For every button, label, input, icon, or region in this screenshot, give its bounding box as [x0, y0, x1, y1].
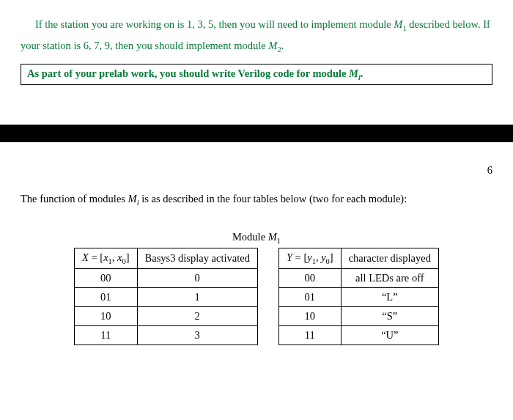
table-row: 11“U” [278, 325, 438, 345]
cell: 01 [278, 287, 341, 306]
tablex-h1: X = [x1, x0] [75, 248, 138, 268]
cell: 0 [137, 268, 257, 287]
intro-sub1: 1 [402, 24, 406, 32]
para2-a: The function of modules [21, 193, 128, 205]
table-y: Y = [y1, y0] character displayed 00all L… [278, 248, 439, 345]
xh-eq: = [ [89, 251, 103, 263]
box-sym: M [349, 67, 358, 79]
intro-sym2: M [268, 40, 277, 51]
cell: 11 [75, 325, 138, 345]
table-row: Y = [y1, y0] character displayed [278, 248, 438, 268]
tabley-h2: character displayed [341, 248, 438, 268]
table-row: 00all LEDs are off [278, 268, 438, 287]
para2-b: is as described in the four tables below… [139, 193, 407, 205]
table-row: 000 [75, 268, 258, 287]
intro-sym1: M [394, 18, 402, 30]
module-title-sym: M [268, 231, 277, 243]
yh-lhs: Y [287, 251, 292, 263]
prelab-box: As part of your prelab work, you should … [21, 64, 492, 85]
tables-row: X = [x1, x0] Basys3 display activated 00… [21, 248, 492, 345]
module-title-a: Module [232, 231, 268, 243]
table-row: 011 [75, 287, 258, 306]
cell: 10 [278, 306, 341, 325]
intro-text-1a: If the station you are working on is 1, … [35, 18, 394, 30]
page-divider [0, 125, 513, 142]
para2-sym: M [128, 193, 137, 205]
yh-eq: = [ [292, 251, 307, 263]
table-row: 10“S” [278, 306, 438, 325]
table-row: 01“L” [278, 287, 438, 306]
table-row: X = [x1, x0] Basys3 display activated [75, 248, 258, 268]
cell: 1 [137, 287, 257, 306]
cell: 01 [75, 287, 138, 306]
table-row: 113 [75, 325, 258, 345]
cell: 00 [278, 268, 341, 287]
page-number: 6 [21, 164, 492, 177]
xh-lhs: X [82, 251, 89, 263]
intro-paragraph: If the station you are working on is 1, … [21, 15, 492, 56]
table-x: X = [x1, x0] Basys3 display activated 00… [74, 248, 258, 345]
xh-rb: ] [126, 251, 130, 263]
tablex-h2: Basys3 display activated [137, 248, 257, 268]
cell: 3 [137, 325, 257, 345]
table-row: 102 [75, 306, 258, 325]
cell: 00 [75, 268, 138, 287]
module-title: Module M1 [21, 231, 492, 245]
intro-text-2b: . [281, 40, 284, 51]
cell: “U” [341, 325, 438, 345]
cell: 2 [137, 306, 257, 325]
module-title-sub: 1 [277, 237, 281, 245]
tabley-h1: Y = [y1, y0] [278, 248, 341, 268]
box-text-a: As part of your prelab work, you should … [27, 67, 349, 79]
cell: 11 [278, 325, 341, 345]
cell: “L” [341, 287, 438, 306]
box-text-b: . [361, 67, 363, 79]
yh-rb: ] [330, 251, 333, 263]
function-paragraph: The function of modules Mi is as describ… [21, 191, 492, 209]
cell: 10 [75, 306, 138, 325]
cell: all LEDs are off [341, 268, 438, 287]
cell: “S” [341, 306, 438, 325]
xh-c: , [112, 251, 117, 263]
